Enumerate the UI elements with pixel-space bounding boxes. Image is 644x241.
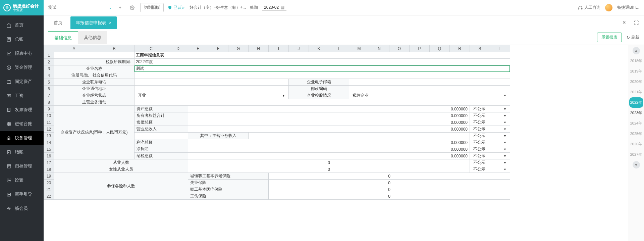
sidebar-item-1[interactable]: 总账	[0, 32, 44, 46]
col-S[interactable]: S	[470, 45, 490, 52]
col-E[interactable]: E	[188, 45, 208, 52]
add-button[interactable]: ＋	[116, 4, 124, 12]
year-2022年[interactable]: 2022年	[629, 97, 643, 108]
corner-cell[interactable]	[44, 45, 54, 52]
col-T[interactable]: T	[490, 45, 510, 52]
col-F[interactable]: F	[208, 45, 228, 52]
sub-income-value[interactable]	[249, 133, 470, 139]
company-name-cell[interactable]: 测试	[135, 65, 510, 72]
email-cell[interactable]	[349, 79, 510, 86]
ins-value-3[interactable]: 0	[269, 193, 510, 200]
col-O[interactable]: O	[389, 45, 410, 52]
fin2-pub-1[interactable]: 不公示▼	[470, 146, 510, 153]
main-biz-cell[interactable]	[135, 99, 510, 106]
sidebar-item-5[interactable]: 工资	[0, 89, 44, 103]
fin-pub-1[interactable]: 不公示▼	[470, 112, 510, 119]
sidebar-item-11[interactable]: 设置	[0, 173, 44, 187]
sidebar-item-8[interactable]: 税务管理	[0, 131, 44, 145]
refresh-button[interactable]: ↻ 刷新	[627, 35, 639, 40]
sidebar-item-3[interactable]: 资金管理	[0, 60, 44, 75]
postcode-cell[interactable]	[349, 86, 510, 92]
sidebar-item-9[interactable]: 结账	[0, 145, 44, 159]
year-2026年[interactable]: 2026年	[629, 139, 643, 149]
ins-value-2[interactable]: 0	[269, 186, 510, 193]
tab-annual-report[interactable]: 年报信息申报表 ×	[70, 16, 117, 29]
female-value[interactable]: 0	[188, 166, 470, 173]
switch-old-button[interactable]: 切到旧版	[140, 3, 164, 12]
biz-status-cell[interactable]: 开业▼	[135, 92, 289, 99]
subtab-other[interactable]: 其他信息	[78, 31, 107, 44]
col-D[interactable]: D	[168, 45, 188, 52]
brand-logo[interactable]: ⊕ 畅捷通好会计 专业版	[0, 0, 44, 15]
fin2-value-0[interactable]: 0.000000	[188, 139, 470, 146]
support-link[interactable]: 人工咨询	[578, 5, 600, 10]
sidebar-item-13[interactable]: 畅会员	[0, 201, 44, 215]
sidebar-item-6[interactable]: 发票管理	[0, 103, 44, 117]
fin-value-1[interactable]: 0.000000	[188, 112, 470, 119]
col-K[interactable]: K	[309, 45, 329, 52]
reg-no-cell[interactable]	[135, 72, 510, 79]
col-M[interactable]: M	[349, 45, 369, 52]
sidebar-item-7[interactable]: 进销台账	[0, 117, 44, 131]
subtab-basic[interactable]: 基础信息	[48, 31, 78, 44]
fin-value-0[interactable]: 0.000000	[188, 106, 470, 112]
col-L[interactable]: L	[329, 45, 349, 52]
year-2024年[interactable]: 2024年	[629, 118, 643, 129]
sub-income-pub[interactable]: 不公示▼	[470, 133, 510, 139]
fin-value-2[interactable]: 0.000000	[188, 119, 470, 126]
fin-pub-0[interactable]: 不公示▼	[470, 106, 510, 112]
address-cell[interactable]	[135, 86, 289, 92]
year-2025年[interactable]: 2025年	[629, 129, 643, 139]
sidebar-item-4[interactable]: 固定资产	[0, 75, 44, 89]
sidebar-item-12[interactable]: 新手引导	[0, 187, 44, 201]
fin-value-3[interactable]: 0.000000	[188, 126, 470, 133]
sidebar-item-10[interactable]: 归档管理	[0, 159, 44, 173]
year-2021年[interactable]: 2021年	[629, 87, 643, 97]
col-Q[interactable]: Q	[430, 45, 450, 52]
close-all-button[interactable]: ×	[620, 18, 629, 28]
fin-pub-2[interactable]: 不公示▼	[470, 119, 510, 126]
tab-home[interactable]: 首页	[48, 16, 68, 29]
year-up-button[interactable]: ▲	[633, 47, 640, 54]
fin2-pub-2[interactable]: 不公示▼	[470, 153, 510, 159]
ins-value-1[interactable]: 0	[269, 180, 510, 186]
year-2019年[interactable]: 2019年	[629, 66, 643, 77]
phone-cell[interactable]	[135, 79, 289, 86]
year-2020年[interactable]: 2020年	[629, 77, 643, 87]
gear-icon[interactable]	[128, 4, 136, 12]
sidebar-item-2[interactable]: 报表中心	[0, 46, 44, 60]
employee-value[interactable]: 0	[188, 159, 470, 166]
tax-period-value[interactable]: 2022年度	[135, 59, 510, 65]
holding-cell[interactable]: 私营企业▼	[349, 92, 510, 99]
fin-pub-3[interactable]: 不公示▼	[470, 126, 510, 133]
year-2023年[interactable]: 2023年	[629, 108, 643, 118]
col-N[interactable]: N	[369, 45, 389, 52]
year-down-button[interactable]: ▼	[633, 161, 640, 168]
fin2-value-2[interactable]: 0.000000	[188, 153, 470, 159]
period-selector[interactable]: 2023-02 ▦	[262, 4, 286, 11]
year-2018年[interactable]: 2018年	[629, 56, 643, 66]
col-R[interactable]: R	[450, 45, 470, 52]
fin2-value-1[interactable]: 0.000000	[188, 146, 470, 153]
close-icon[interactable]: ×	[109, 20, 111, 25]
company-selector[interactable]: 测试 ⌄	[48, 5, 112, 11]
ins-value-0[interactable]: 0	[269, 173, 510, 180]
fin2-pub-0[interactable]: 不公示▼	[470, 139, 510, 146]
sidebar-item-0[interactable]: 首页	[0, 18, 44, 32]
reset-button[interactable]: 重置报表	[597, 33, 622, 42]
col-G[interactable]: G	[228, 45, 249, 52]
col-C[interactable]: C	[135, 45, 168, 52]
fullscreen-icon[interactable]: ⛶	[632, 19, 641, 27]
col-P[interactable]: P	[410, 45, 430, 52]
employee-pub[interactable]: 不公示▼	[470, 159, 510, 166]
female-pub[interactable]: 不公示▼	[470, 166, 510, 173]
col-J[interactable]: J	[289, 45, 309, 52]
spreadsheet[interactable]: ABCDEFGHIJKLMNOPQRST1工商年报信息表2税款所属期间:2022…	[44, 45, 628, 241]
year-2027年[interactable]: 2027年	[629, 149, 643, 160]
avatar[interactable]	[605, 4, 612, 11]
col-H[interactable]: H	[249, 45, 269, 52]
col-A[interactable]: A	[54, 45, 94, 52]
col-I[interactable]: I	[269, 45, 289, 52]
username[interactable]: 畅捷通B组...	[617, 5, 639, 10]
col-B[interactable]: B	[94, 45, 135, 52]
